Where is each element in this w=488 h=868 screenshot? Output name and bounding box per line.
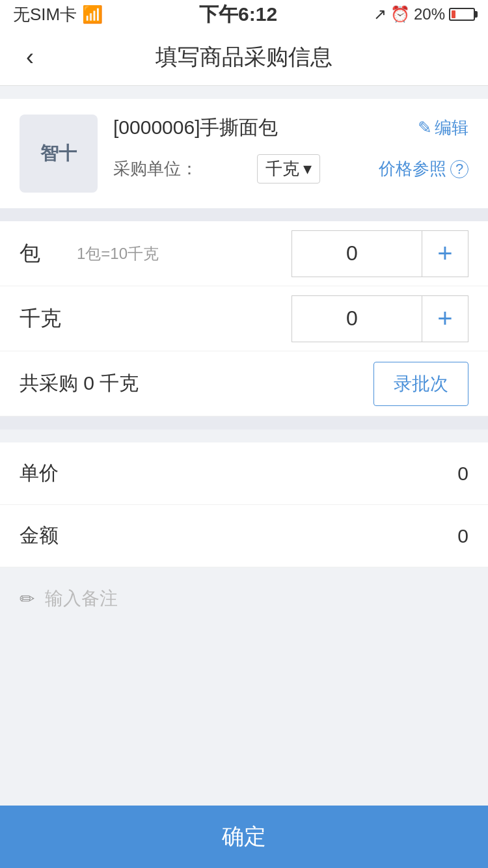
content-area [0, 630, 488, 812]
back-button[interactable]: ‹ [20, 37, 40, 77]
purchase-unit-label: 采购单位： [113, 157, 198, 180]
kg-label: 千克 [20, 305, 72, 333]
bag-input-wrap: + [291, 230, 468, 277]
unit-dropdown-icon: ▾ [303, 159, 312, 179]
edit-icon: ✎ [418, 118, 432, 138]
bag-plus-button[interactable]: + [422, 230, 468, 277]
unit-price-value: 0 [457, 463, 468, 485]
section-separator-2 [0, 416, 488, 429]
section-separator-1 [0, 208, 488, 221]
bag-input-row: 包 1包=10千克 + [0, 221, 488, 286]
total-row: 共采购 0 千克 录批次 [0, 351, 488, 416]
purchase-unit-row: 采购单位： 千克 ▾ 价格参照 ? [113, 154, 468, 183]
confirm-button-label: 确定 [222, 822, 266, 852]
unit-price-label: 单价 [20, 460, 59, 487]
battery-icon [449, 8, 475, 21]
price-ref-button[interactable]: 价格参照 ? [379, 157, 468, 180]
unit-select[interactable]: 千克 ▾ [257, 154, 320, 183]
product-logo-text: 智十 [40, 141, 77, 166]
status-left: 无SIM卡 📶 [13, 3, 103, 26]
product-info: [0000006]手撕面包 ✎ 编辑 采购单位： 千克 ▾ 价格参照 ? [113, 115, 468, 183]
confirm-button[interactable]: 确定 [0, 806, 488, 868]
remark-section[interactable]: ✏ 输入备注 [0, 567, 488, 630]
bag-input[interactable] [291, 230, 422, 277]
remark-icon: ✏ [20, 588, 34, 610]
batch-button[interactable]: 录批次 [373, 362, 468, 406]
product-name-row: [0000006]手撕面包 ✎ 编辑 [113, 115, 468, 141]
kg-input-row: 千克 + [0, 286, 488, 351]
kg-plus-button[interactable]: + [422, 295, 468, 342]
input-section: 包 1包=10千克 + 千克 + [0, 221, 488, 351]
unit-price-row: 单价 0 [0, 442, 488, 505]
price-ref-help-icon: ? [450, 160, 468, 178]
status-time: 下午6:12 [199, 1, 277, 28]
price-ref-label: 价格参照 [379, 157, 446, 180]
bag-sublabel: 1包=10千克 [77, 243, 291, 264]
unit-value: 千克 [265, 157, 299, 180]
remark-placeholder: 输入备注 [45, 586, 118, 611]
product-card: 智十 [0000006]手撕面包 ✎ 编辑 采购单位： 千克 ▾ 价格参照 ? [0, 99, 488, 208]
nav-bar: ‹ 填写商品采购信息 [0, 29, 488, 86]
location-icon: ↗ [373, 5, 386, 23]
battery-fill [452, 10, 455, 18]
product-name: [0000006]手撕面包 [113, 115, 278, 141]
alarm-icon: ⏰ [390, 5, 410, 23]
total-text: 共采购 0 千克 [20, 370, 139, 397]
edit-button[interactable]: ✎ 编辑 [418, 116, 468, 139]
edit-label: 编辑 [435, 116, 468, 139]
kg-input-wrap: + [291, 295, 468, 342]
status-bar: 无SIM卡 📶 下午6:12 ↗ ⏰ 20% [0, 0, 488, 29]
battery-percent: 20% [414, 5, 445, 23]
product-thumbnail: 智十 [20, 115, 98, 193]
status-right: ↗ ⏰ 20% [373, 5, 475, 23]
carrier-text: 无SIM卡 [13, 3, 77, 26]
page-title: 填写商品采购信息 [156, 42, 332, 72]
amount-value: 0 [457, 525, 468, 547]
amount-label: 金额 [20, 522, 59, 549]
amount-row: 金额 0 [0, 505, 488, 567]
kg-input[interactable] [291, 295, 422, 342]
wifi-icon: 📶 [82, 5, 103, 25]
bag-label: 包 [20, 239, 72, 268]
price-section: 单价 0 金额 0 [0, 442, 488, 567]
